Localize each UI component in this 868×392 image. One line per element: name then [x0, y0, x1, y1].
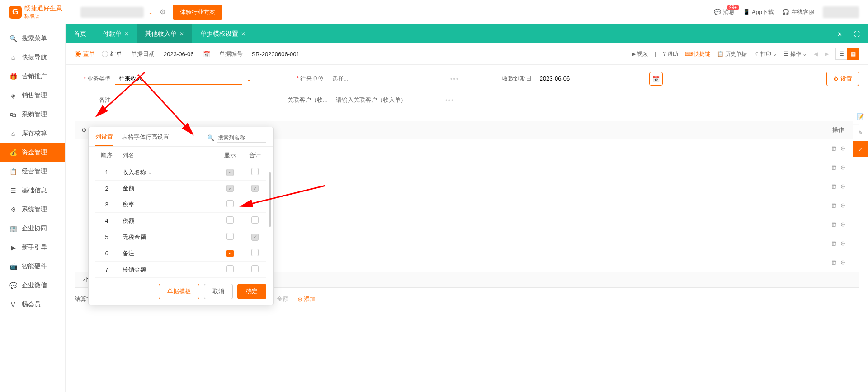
close-icon[interactable]: ✕ — [124, 31, 129, 37]
shortcut-link[interactable]: ⌨快捷键 — [685, 50, 710, 58]
user-avatar-blurred[interactable] — [823, 6, 859, 18]
print-link[interactable]: 🖨打印⌄ — [754, 50, 777, 58]
delete-icon[interactable]: 🗑 — [831, 164, 837, 171]
tab[interactable]: 首页 — [66, 24, 94, 43]
blue-receipt-radio[interactable]: 蓝单 — [75, 50, 95, 58]
add-row-icon[interactable]: ⊕ — [840, 202, 845, 209]
add-row-icon[interactable]: ⊕ — [840, 183, 845, 190]
biz-type-input[interactable] — [115, 73, 242, 85]
keyboard-icon: ⌨ — [685, 51, 693, 57]
sidebar-item[interactable]: 💬企业微信 — [0, 276, 65, 295]
popup-tab-columns[interactable]: 列设置 — [95, 133, 113, 146]
cancel-button[interactable]: 取消 — [204, 284, 233, 299]
calendar-icon[interactable]: 📅 — [649, 72, 663, 86]
delete-icon[interactable]: 🗑 — [831, 221, 837, 228]
settings-button[interactable]: ⚙ 设置 — [826, 72, 859, 86]
checkbox[interactable] — [226, 233, 234, 240]
popup-tab-font[interactable]: 表格字体行高设置 — [122, 133, 169, 146]
float-note-icon[interactable]: 📝 — [853, 109, 868, 124]
online-service-link[interactable]: 🎧 在线客服 — [782, 8, 815, 16]
sidebar-item[interactable]: 🎁营销推广 — [0, 67, 65, 86]
sidebar-icon: ◈ — [9, 91, 17, 100]
checkbox[interactable] — [251, 185, 259, 192]
history-link[interactable]: 📋历史单据 — [717, 50, 747, 58]
party-input[interactable] — [328, 73, 446, 85]
sidebar-item[interactable]: 🔍搜索菜单 — [0, 29, 65, 48]
checkbox[interactable] — [251, 168, 259, 175]
video-link[interactable]: ▶视频 — [632, 50, 648, 58]
checkbox[interactable] — [226, 250, 234, 257]
delete-icon[interactable]: 🗑 — [831, 202, 837, 209]
help-link[interactable]: ?帮助 — [663, 50, 678, 58]
add-row-icon[interactable]: ⊕ — [840, 259, 845, 266]
sidebar-item[interactable]: 📺智能硬件 — [0, 257, 65, 276]
checkbox[interactable] — [226, 185, 234, 192]
add-settlement-button[interactable]: ⊕ 添加 — [297, 295, 316, 303]
close-tab-icon[interactable]: ✕ — [833, 27, 846, 41]
sidebar-icon: 📺 — [9, 263, 17, 271]
add-row-icon[interactable]: ⊕ — [840, 164, 845, 171]
float-edit-icon[interactable]: ✎ — [853, 125, 868, 140]
ops-link[interactable]: ☰操作⌄ — [784, 50, 807, 58]
checkbox[interactable] — [226, 169, 234, 176]
sidebar-item[interactable]: 🏢企业协同 — [0, 219, 65, 238]
next-arrow-icon[interactable]: ▶ — [825, 51, 829, 57]
view-grid-button[interactable]: ▦ — [847, 48, 859, 60]
add-row-icon[interactable]: ⊕ — [840, 221, 845, 228]
checkbox[interactable] — [251, 216, 259, 224]
confirm-button[interactable]: 确定 — [237, 284, 266, 299]
due-date-input[interactable] — [536, 73, 645, 85]
sidebar-item[interactable]: 🛍采购管理 — [0, 105, 65, 124]
more-icon[interactable]: ••• — [445, 97, 454, 104]
biz-type-label: *业务类型 — [75, 75, 111, 83]
delete-icon[interactable]: 🗑 — [831, 145, 837, 152]
more-icon[interactable]: ••• — [450, 76, 459, 82]
column-header-remark[interactable]: 备注 — [211, 121, 818, 139]
checkbox[interactable] — [226, 216, 234, 224]
checkbox[interactable] — [251, 249, 259, 256]
close-icon[interactable]: ✕ — [179, 31, 184, 37]
sidebar-item[interactable]: ▶新手引导 — [0, 238, 65, 257]
close-icon[interactable]: ✕ — [241, 31, 245, 37]
sidebar-item[interactable]: ☰基础信息 — [0, 181, 65, 200]
expand-icon[interactable]: ⛶ — [850, 27, 863, 41]
chevron-down-icon[interactable]: ⌄ — [148, 9, 153, 15]
sidebar-item[interactable]: 💰资金管理 — [0, 143, 65, 162]
sidebar-item[interactable]: ⚙系统管理 — [0, 200, 65, 219]
messages-link[interactable]: 💬 消息 99+ — [714, 8, 735, 16]
chevron-down-icon[interactable]: ⌄ — [246, 76, 251, 82]
sidebar-item[interactable]: 📋经营管理 — [0, 162, 65, 181]
float-expand-icon[interactable]: ⤢ — [853, 141, 868, 157]
sidebar-item[interactable]: Ⅴ畅会员 — [0, 295, 65, 314]
customer-input[interactable] — [332, 94, 441, 106]
checkbox[interactable] — [226, 265, 234, 272]
calendar-icon[interactable]: 📅 — [203, 51, 210, 57]
prev-arrow-icon[interactable]: ◀ — [814, 51, 818, 57]
delete-icon[interactable]: 🗑 — [831, 240, 837, 247]
checkbox[interactable] — [226, 200, 234, 207]
company-selector-blurred[interactable] — [80, 7, 144, 18]
checkbox[interactable] — [251, 234, 259, 241]
sidebar-item[interactable]: ⌂库存核算 — [0, 124, 65, 143]
remark-input[interactable] — [115, 94, 242, 106]
red-receipt-radio[interactable]: 红单 — [102, 50, 122, 58]
tab[interactable]: 其他收入单✕ — [137, 24, 192, 43]
template-button[interactable]: 单据模板 — [159, 284, 199, 299]
sidebar-label: 搜索菜单 — [22, 34, 47, 43]
view-list-button[interactable]: ☰ — [835, 48, 847, 60]
tab[interactable]: 单据模板设置✕ — [192, 24, 254, 43]
row-seq: 4 — [95, 217, 118, 224]
delete-icon[interactable]: 🗑 — [831, 183, 837, 190]
add-row-icon[interactable]: ⊕ — [840, 240, 845, 247]
popup-scrollbar[interactable] — [269, 172, 271, 227]
try-industry-button[interactable]: 体验行业方案 — [173, 5, 222, 20]
checkbox[interactable] — [251, 265, 259, 272]
delete-icon[interactable]: 🗑 — [831, 259, 837, 266]
tab[interactable]: 付款单✕ — [94, 24, 137, 43]
sidebar-item[interactable]: ⌂快捷导航 — [0, 48, 65, 67]
gear-icon[interactable]: ⚙ — [160, 8, 166, 16]
add-row-icon[interactable]: ⊕ — [840, 145, 845, 152]
app-download-link[interactable]: 📱 App下载 — [743, 8, 774, 16]
popup-search-input[interactable] — [217, 133, 266, 143]
sidebar-item[interactable]: ◈销售管理 — [0, 86, 65, 105]
